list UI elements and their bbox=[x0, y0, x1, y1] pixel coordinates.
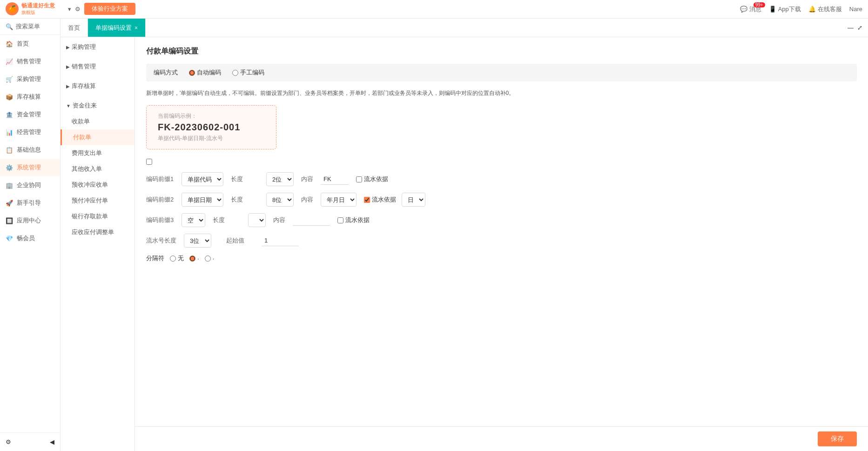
prefix1-select[interactable]: 单据代码 bbox=[182, 172, 223, 186]
auto-encode-radio-label[interactable]: 自动编码 bbox=[189, 68, 221, 77]
preview-desc: 单据代码-单据日期-流水号 bbox=[158, 135, 265, 142]
sub-sidebar-section-inventory: ▶ 库存核算 bbox=[61, 76, 135, 96]
chevron-right-icon2: ▶ bbox=[66, 64, 70, 69]
sep-none-text: 无 bbox=[178, 254, 184, 263]
stream2-check: 流水依据 日 bbox=[364, 193, 425, 207]
manual-encode-radio[interactable] bbox=[232, 70, 238, 76]
sep-dot-text: · bbox=[213, 255, 215, 262]
layout: 🔍 搜索菜单 🏠 首页 📈 销售管理 🛒 采购管理 📦 库存核算 🏦 资金管理 … bbox=[0, 19, 868, 451]
manual-encode-radio-label[interactable]: 手工编码 bbox=[232, 68, 264, 77]
sep-none-radio[interactable] bbox=[170, 256, 176, 262]
sub-sidebar-leaf-payment[interactable]: 付款单 bbox=[61, 129, 135, 145]
start-value-input[interactable] bbox=[262, 235, 299, 246]
auto-fill-checkbox[interactable] bbox=[146, 159, 152, 165]
tab-bar-actions: — ⤢ bbox=[842, 24, 868, 31]
sep-dash-label[interactable]: · bbox=[189, 255, 199, 262]
sep-dot-radio[interactable] bbox=[205, 256, 211, 262]
stream2-unit-select[interactable]: 日 bbox=[402, 193, 425, 207]
sidebar-item-inventory[interactable]: 📦 库存核算 bbox=[0, 88, 60, 106]
tab-close-icon[interactable]: × bbox=[135, 25, 138, 31]
sub-sidebar-group-sales[interactable]: ▶ 销售管理 bbox=[61, 59, 135, 74]
serial-length-select[interactable]: 3位 bbox=[184, 234, 211, 248]
sidebar-item-member[interactable]: 💎 畅会员 bbox=[0, 229, 60, 247]
sidebar-item-purchase[interactable]: 🛒 采购管理 bbox=[0, 70, 60, 88]
length3-select[interactable] bbox=[248, 213, 266, 227]
online-service-btn[interactable]: 🔔 在线客服 bbox=[808, 5, 842, 13]
home-icon: 🏠 bbox=[6, 40, 13, 47]
sub-sidebar-leaf-adjustment[interactable]: 应收应付调整单 bbox=[61, 224, 135, 240]
auto-encode-radio[interactable] bbox=[189, 70, 195, 76]
length3-label: 长度 bbox=[213, 216, 241, 224]
nav-dropdown[interactable]: ▾ bbox=[68, 6, 71, 13]
sidebar-label-inventory: 库存核算 bbox=[17, 93, 41, 101]
stream2-checkbox[interactable] bbox=[364, 197, 370, 203]
content3-input[interactable] bbox=[293, 215, 330, 226]
sub-sidebar-leaf-prepay-receivable[interactable]: 预收冲应收单 bbox=[61, 177, 135, 193]
sidebar-search[interactable]: 🔍 搜索菜单 bbox=[0, 19, 60, 35]
sub-sidebar-group-purchase[interactable]: ▶ 采购管理 bbox=[61, 39, 135, 55]
tab-minimize-icon[interactable]: — bbox=[848, 24, 854, 31]
length1-select[interactable]: 2位 bbox=[266, 172, 294, 186]
app-download-label: App下载 bbox=[778, 5, 801, 13]
tab-encode-settings[interactable]: 单据编码设置 × bbox=[88, 19, 146, 37]
content2-select[interactable]: 年月日 bbox=[321, 193, 357, 207]
content-area: ▶ 采购管理 ▶ 销售管理 ▶ 库存核算 bbox=[61, 37, 868, 451]
stream1-label: 流水依据 bbox=[364, 175, 388, 183]
leaf-prepay-payable-label: 预付冲应付单 bbox=[72, 197, 108, 204]
stream1-checkbox[interactable] bbox=[356, 176, 362, 182]
sidebar-label-operation: 经营管理 bbox=[17, 128, 41, 136]
sidebar-item-capital[interactable]: 🏦 资金管理 bbox=[0, 106, 60, 123]
app-download-btn[interactable]: 📱 App下载 bbox=[769, 5, 801, 13]
stream3-checkbox[interactable] bbox=[337, 217, 343, 223]
sub-sidebar-label-inventory: 库存核算 bbox=[72, 82, 96, 90]
sub-sidebar-group-inventory[interactable]: ▶ 库存核算 bbox=[61, 78, 135, 94]
sub-sidebar-group-capital[interactable]: ▼ 资金往来 bbox=[61, 98, 135, 114]
leaf-other-income-label: 其他收入单 bbox=[72, 165, 102, 172]
sidebar-item-apps[interactable]: 🔲 应用中心 bbox=[0, 212, 60, 229]
settings-icon-btn[interactable]: ⚙ bbox=[75, 6, 81, 13]
sub-sidebar-leaf-other-income[interactable]: 其他收入单 bbox=[61, 161, 135, 177]
length2-select[interactable]: 8位 bbox=[266, 193, 294, 207]
enterprise-icon: 🏢 bbox=[6, 182, 13, 189]
sep-dash-radio[interactable] bbox=[189, 256, 195, 262]
sub-sidebar-leaf-prepay-payable[interactable]: 预付冲应付单 bbox=[61, 193, 135, 209]
sub-sidebar-leaf-expense[interactable]: 费用支出单 bbox=[61, 145, 135, 161]
online-service-label: 在线客服 bbox=[818, 5, 842, 13]
sidebar-item-home[interactable]: 🏠 首页 bbox=[0, 35, 60, 53]
tab-expand-icon[interactable]: ⤢ bbox=[857, 24, 862, 31]
user-info[interactable]: Nare bbox=[849, 6, 862, 13]
prefix3-select[interactable]: 空 bbox=[182, 213, 205, 227]
operation-icon: 📊 bbox=[6, 128, 13, 136]
settings-bottom-icon[interactable]: ⚙ bbox=[6, 438, 11, 445]
auto-encode-label: 自动编码 bbox=[197, 68, 221, 77]
guide-icon: 🚀 bbox=[6, 199, 13, 207]
sub-sidebar-section-capital: ▼ 资金往来 收款单 付款单 费用支出单 其他收入单 bbox=[61, 96, 135, 242]
content1-input[interactable] bbox=[321, 174, 349, 185]
sidebar-item-guide[interactable]: 🚀 新手引导 bbox=[0, 194, 60, 212]
prefix2-select[interactable]: 单据日期 bbox=[182, 193, 223, 207]
save-button[interactable]: 保存 bbox=[818, 431, 857, 446]
content3-label: 内容 bbox=[273, 216, 285, 224]
sidebar-label-purchase: 采购管理 bbox=[17, 75, 41, 83]
sidebar-item-enterprise[interactable]: 🏢 企业协同 bbox=[0, 176, 60, 194]
app-download-icon: 📱 bbox=[769, 6, 776, 13]
sidebar-item-sales[interactable]: 📈 销售管理 bbox=[0, 53, 60, 70]
experience-btn[interactable]: 体验行业方案 bbox=[84, 3, 135, 15]
sidebar-item-operation[interactable]: 📊 经营管理 bbox=[0, 123, 60, 141]
length2-label: 长度 bbox=[231, 195, 259, 204]
collapse-icon[interactable]: ◀ bbox=[50, 438, 54, 445]
message-btn[interactable]: 💬 消息 99+ bbox=[740, 5, 761, 13]
sidebar-item-basic[interactable]: 📋 基础信息 bbox=[0, 141, 60, 159]
main-area: 首页 单据编码设置 × — ⤢ ▶ 采购管理 bbox=[61, 19, 868, 451]
tab-home[interactable]: 首页 bbox=[61, 19, 88, 37]
content1-label: 内容 bbox=[301, 175, 313, 183]
sep-dot-label[interactable]: · bbox=[205, 255, 215, 262]
sub-sidebar-label-sales: 销售管理 bbox=[72, 62, 96, 71]
tab-bar: 首页 单据编码设置 × — ⤢ bbox=[61, 19, 868, 37]
separator-row: 分隔符 无 · · bbox=[146, 254, 857, 263]
sep-none-label[interactable]: 无 bbox=[170, 254, 184, 263]
sub-sidebar-leaf-bank[interactable]: 银行存取款单 bbox=[61, 209, 135, 224]
sub-sidebar-leaf-receipt[interactable]: 收款单 bbox=[61, 114, 135, 129]
logo-text-block: 畅通道好生意 旗舰版 bbox=[21, 2, 55, 15]
sidebar-item-system[interactable]: ⚙️ 系统管理 bbox=[0, 159, 60, 176]
